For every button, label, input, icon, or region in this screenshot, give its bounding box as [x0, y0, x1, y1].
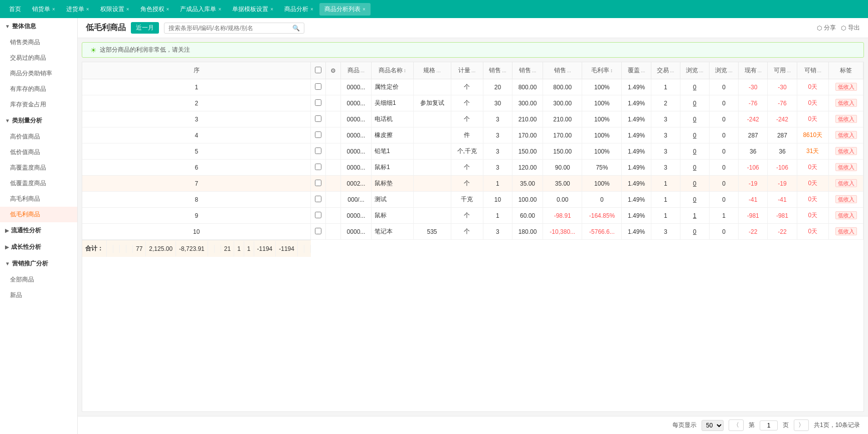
- th-view-cust[interactable]: 浏览...: [709, 62, 738, 79]
- nav-product-entry-close[interactable]: ×: [218, 7, 221, 12]
- nav-role[interactable]: 角色授权 ×: [135, 3, 175, 16]
- prev-page-button[interactable]: 〈: [729, 419, 744, 431]
- sidebar-item-stock-products[interactable]: 有库存的商品: [0, 81, 77, 97]
- th-views[interactable]: 浏览...: [680, 62, 709, 79]
- th-unit[interactable]: 计量...: [451, 62, 483, 79]
- sidebar-item-all-products[interactable]: 全部商品: [0, 272, 77, 287]
- cell-views[interactable]: 0: [680, 192, 709, 208]
- row-checkbox[interactable]: [315, 212, 321, 218]
- views-link[interactable]: 0: [693, 116, 697, 123]
- th-trade-cust[interactable]: 交易...: [651, 62, 680, 79]
- th-qty[interactable]: 销售...: [483, 62, 512, 79]
- nav-home[interactable]: 首页: [4, 3, 26, 16]
- views-link[interactable]: 0: [693, 148, 697, 155]
- sidebar-item-traded-products[interactable]: 交易过的商品: [0, 50, 77, 66]
- filter-button[interactable]: 近一月: [131, 22, 159, 34]
- sidebar-group-category[interactable]: ▼ 类别量分析: [0, 112, 77, 129]
- th-settings[interactable]: ⚙: [326, 62, 340, 79]
- row-checkbox[interactable]: [315, 196, 321, 202]
- cell-check[interactable]: [311, 192, 326, 208]
- th-check[interactable]: [311, 62, 326, 79]
- row-checkbox[interactable]: [315, 180, 321, 186]
- views-link[interactable]: 0: [693, 84, 697, 91]
- nav-sales[interactable]: 销货单 ×: [27, 3, 60, 16]
- cell-views[interactable]: 0: [680, 160, 709, 176]
- search-input[interactable]: [168, 25, 292, 32]
- sidebar-group-overall[interactable]: ▼ 整体信息: [0, 18, 77, 35]
- nav-permission[interactable]: 权限设置 ×: [95, 3, 134, 16]
- sidebar-item-category-sales-rate[interactable]: 商品分类助销率: [0, 66, 77, 81]
- cell-check[interactable]: [311, 224, 326, 240]
- views-link[interactable]: 1: [693, 212, 697, 219]
- nav-sales-close[interactable]: ×: [52, 7, 55, 12]
- th-profit[interactable]: 销售...: [543, 62, 582, 79]
- row-checkbox[interactable]: [315, 164, 321, 170]
- nav-product-analysis-close[interactable]: ×: [310, 7, 313, 12]
- sidebar-item-low-coverage[interactable]: 低覆盖度商品: [0, 176, 77, 191]
- share-button[interactable]: ⬡ 分享: [817, 24, 836, 32]
- nav-product-analysis-list[interactable]: 商品分析列表 ×: [319, 3, 371, 16]
- th-coverage[interactable]: 覆盖...: [622, 62, 651, 79]
- sidebar-item-new-products[interactable]: 新品: [0, 287, 77, 303]
- nav-purchase[interactable]: 进货单 ×: [61, 3, 94, 16]
- views-link[interactable]: 0: [693, 228, 697, 235]
- cell-views[interactable]: 0: [680, 224, 709, 240]
- cell-check[interactable]: [311, 95, 326, 111]
- sidebar-group-growth[interactable]: ▶ 成长性分析: [0, 239, 77, 255]
- cell-views[interactable]: 0: [680, 95, 709, 111]
- next-page-button[interactable]: 〉: [794, 419, 809, 431]
- cell-check[interactable]: [311, 176, 326, 192]
- cell-check[interactable]: [311, 143, 326, 160]
- nav-template-close[interactable]: ×: [270, 7, 273, 12]
- nav-product-analysis[interactable]: 商品分析 ×: [279, 3, 318, 16]
- export-button[interactable]: ⬡ 导出: [841, 24, 860, 32]
- sidebar-item-low-value[interactable]: 低价值商品: [0, 144, 77, 160]
- cell-views[interactable]: 0: [680, 111, 709, 127]
- sidebar-item-high-coverage[interactable]: 高覆盖度商品: [0, 160, 77, 176]
- nav-purchase-close[interactable]: ×: [86, 7, 89, 12]
- cell-check[interactable]: [311, 127, 326, 143]
- row-checkbox[interactable]: [315, 99, 321, 106]
- table-container[interactable]: 序 ⚙ 商品... 商品名称↕ 规格... 计量... 销售... 销售... …: [82, 62, 864, 412]
- select-all-checkbox[interactable]: [315, 67, 321, 73]
- cell-check[interactable]: [311, 208, 326, 224]
- th-stock[interactable]: 现有...: [739, 62, 768, 79]
- nav-product-analysis-list-close[interactable]: ×: [363, 7, 366, 12]
- views-link[interactable]: 0: [693, 164, 697, 171]
- th-amount[interactable]: 销售...: [512, 62, 543, 79]
- search-icon[interactable]: 🔍: [292, 25, 300, 32]
- sidebar-item-high-value[interactable]: 高价值商品: [0, 129, 77, 144]
- cell-check[interactable]: [311, 79, 326, 95]
- nav-role-close[interactable]: ×: [166, 7, 169, 12]
- cell-views[interactable]: 0: [680, 176, 709, 192]
- th-spec[interactable]: 规格...: [413, 62, 451, 79]
- sidebar-group-flow[interactable]: ▶ 流通性分析: [0, 222, 77, 239]
- views-link[interactable]: 0: [693, 132, 697, 139]
- row-checkbox[interactable]: [315, 83, 321, 90]
- th-code[interactable]: 商品...: [340, 62, 371, 79]
- sidebar-item-low-profit[interactable]: 低毛利商品: [0, 207, 77, 222]
- th-sell-days[interactable]: 可销...: [797, 62, 829, 79]
- row-checkbox[interactable]: [315, 148, 321, 154]
- page-number-input[interactable]: [760, 420, 778, 430]
- th-avail-stock[interactable]: 可用...: [768, 62, 797, 79]
- sidebar-item-sales-products[interactable]: 销售类商品: [0, 35, 77, 50]
- cell-views[interactable]: 0: [680, 79, 709, 95]
- views-link[interactable]: 0: [693, 180, 697, 187]
- per-page-select[interactable]: 50: [702, 420, 724, 431]
- th-gross-rate[interactable]: 毛利率↕: [582, 62, 622, 79]
- cell-views[interactable]: 0: [680, 127, 709, 143]
- nav-template[interactable]: 单据模板设置 ×: [227, 3, 278, 16]
- cell-check[interactable]: [311, 160, 326, 176]
- column-settings-icon[interactable]: ⚙: [330, 67, 336, 74]
- nav-product-entry[interactable]: 产成品入库单 ×: [175, 3, 226, 16]
- cell-check[interactable]: [311, 111, 326, 127]
- views-link[interactable]: 0: [693, 196, 697, 203]
- sidebar-group-marketing[interactable]: ▼ 营销推广分析: [0, 255, 77, 272]
- sidebar-item-capital[interactable]: 库存资金占用: [0, 97, 77, 112]
- row-checkbox[interactable]: [315, 131, 321, 138]
- row-checkbox[interactable]: [315, 115, 321, 122]
- search-box[interactable]: 🔍: [164, 23, 304, 34]
- nav-permission-close[interactable]: ×: [126, 7, 129, 12]
- views-link[interactable]: 0: [693, 100, 697, 107]
